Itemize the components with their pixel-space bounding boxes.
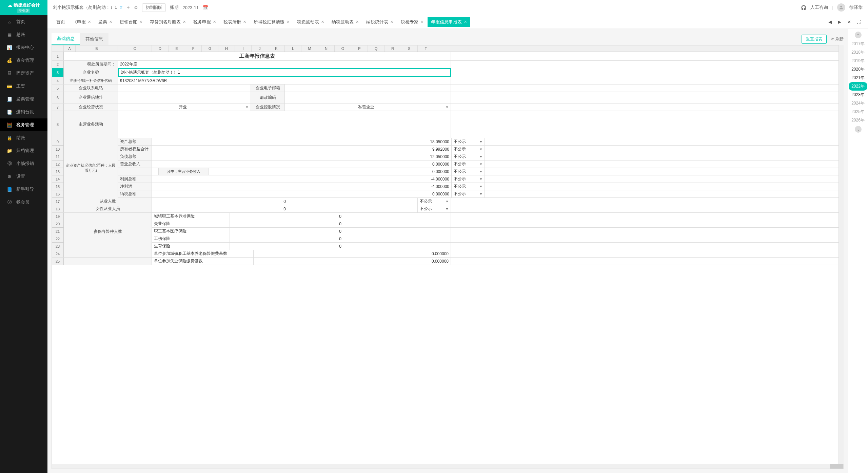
col-header-P[interactable]: P	[351, 45, 368, 52]
row-index[interactable]: 21	[52, 228, 64, 235]
col-header-C[interactable]: C	[118, 45, 152, 52]
switch-old-button[interactable]: 切到旧版	[142, 3, 166, 12]
col-header-S[interactable]: S	[401, 45, 418, 52]
row-index[interactable]: 10	[52, 146, 64, 153]
cell[interactable]: 税款所属期间：	[64, 61, 118, 68]
sidebar-item-invoice[interactable]: 🧾发票管理	[0, 93, 47, 106]
year-2024年[interactable]: 2024年	[849, 99, 867, 108]
cell[interactable]: 0.000000	[152, 160, 452, 168]
year-2022年[interactable]: 2022年	[849, 82, 867, 91]
tab-进销台账[interactable]: 进销台账✕	[116, 17, 146, 27]
sidebar-item-salary[interactable]: 💳工资	[0, 80, 47, 93]
cell[interactable]: 主营业务活动	[64, 111, 118, 138]
cell[interactable]	[64, 250, 152, 257]
tab-纳税统计表[interactable]: 纳税统计表✕	[363, 17, 397, 27]
avatar[interactable]	[837, 3, 845, 12]
cell[interactable]: 企业通信地址	[64, 92, 118, 103]
col-header-M[interactable]: M	[301, 45, 318, 52]
tab-close-all[interactable]: ✕	[845, 18, 853, 26]
row-index[interactable]: 19	[52, 213, 64, 220]
col-header-D[interactable]: D	[152, 45, 169, 52]
scrollbar-vertical[interactable]	[839, 45, 844, 464]
close-icon[interactable]: ✕	[321, 20, 324, 24]
close-icon[interactable]: ✕	[287, 20, 290, 24]
cell[interactable]: 所有者权益合计	[118, 146, 152, 153]
tab-所得税汇算清缴[interactable]: 所得税汇算清缴✕	[250, 17, 293, 27]
scrollbar-horizontal[interactable]	[830, 464, 843, 469]
fullscreen-icon[interactable]: ⛶	[854, 18, 863, 26]
row-index[interactable]: 12	[52, 160, 64, 168]
cell[interactable]: 0.000000	[152, 190, 452, 197]
sidebar-item-report[interactable]: 📊报表中心	[0, 41, 47, 54]
cell[interactable]: -4.000000	[152, 183, 452, 190]
close-icon[interactable]: ✕	[139, 20, 142, 24]
col-header-B[interactable]: B	[76, 45, 118, 52]
col-header-H[interactable]: H	[218, 45, 235, 52]
cell[interactable]: 工商年报信息表	[64, 52, 451, 60]
row-index[interactable]: 4	[52, 77, 64, 84]
cell[interactable]: 负债总额	[118, 153, 152, 160]
row-index[interactable]: 14	[52, 175, 64, 183]
cell[interactable]: 2022年度	[118, 61, 451, 68]
row-index[interactable]: 8	[52, 111, 64, 138]
row-index[interactable]: 6	[52, 92, 64, 103]
col-header-G[interactable]: G	[202, 45, 218, 52]
col-header-F[interactable]: F	[185, 45, 202, 52]
year-up[interactable]: ⌃	[855, 32, 862, 38]
sidebar-item-settings[interactable]: ⚙设置	[0, 170, 47, 183]
cell[interactable]: 不公示▼	[418, 198, 451, 205]
row-index[interactable]: 22	[52, 235, 64, 243]
cell[interactable]: 刘小艳演示账套（勿删勿动！）1	[118, 68, 451, 77]
cell[interactable]: 注册号/统一社会信用代码	[64, 77, 118, 84]
close-icon[interactable]: ✕	[213, 20, 216, 24]
col-header-L[interactable]: L	[285, 45, 301, 52]
close-icon[interactable]: ✕	[109, 20, 112, 24]
cell[interactable]: 参保各险种人数	[64, 213, 152, 250]
cell[interactable]: 0.000000	[209, 168, 452, 175]
year-2017年[interactable]: 2017年	[849, 40, 867, 48]
account-selector[interactable]: 刘小艳演示账套（勿删勿动！）1 ▽	[53, 4, 122, 11]
cell[interactable]: 0	[230, 243, 451, 250]
row-index[interactable]: 1	[52, 52, 64, 60]
cell[interactable]: 0	[230, 228, 451, 235]
cell[interactable]: 利润总额	[118, 175, 152, 183]
tab-年报信息申报表[interactable]: 年报信息申报表✕	[428, 17, 470, 27]
subtab-other[interactable]: 其他信息	[80, 33, 108, 45]
row-index[interactable]: 11	[52, 153, 64, 160]
col-header-A[interactable]: A	[64, 45, 76, 52]
support-link[interactable]: 人工咨询	[810, 4, 828, 11]
cell[interactable]: 失业保险	[152, 220, 230, 227]
row-index[interactable]: 25	[52, 258, 64, 265]
tab-发票[interactable]: 发票✕	[95, 17, 116, 27]
cell[interactable]: 工伤保险	[152, 235, 230, 242]
cell[interactable]: 纳税总额	[118, 190, 152, 197]
row-index[interactable]: 13	[52, 168, 64, 175]
add-icon[interactable]: +	[126, 4, 130, 11]
cell[interactable]	[118, 84, 251, 92]
tab-首页[interactable]: 首页	[53, 17, 68, 27]
year-2023年[interactable]: 2023年	[849, 91, 867, 99]
cell[interactable]: 不公示▼	[452, 168, 485, 175]
sidebar-item-vip[interactable]: Ⓥ畅会员	[0, 196, 47, 209]
cell[interactable]: -4.000000	[152, 175, 452, 183]
tab-税负波动表[interactable]: 税负波动表✕	[294, 17, 328, 27]
gear-icon[interactable]: ⚙	[134, 5, 138, 10]
cell[interactable]: 邮政编码	[251, 92, 285, 103]
cell[interactable]: 资产总额	[118, 138, 152, 145]
year-2025年[interactable]: 2025年	[849, 108, 867, 116]
cell[interactable]	[118, 111, 451, 138]
col-header-idx[interactable]	[52, 45, 64, 52]
col-header-Q[interactable]: Q	[368, 45, 384, 52]
close-icon[interactable]: ✕	[464, 20, 467, 24]
cell[interactable]: 私营企业▼	[285, 103, 451, 111]
col-header-T[interactable]: T	[418, 45, 434, 52]
close-icon[interactable]: ✕	[390, 20, 393, 24]
cell[interactable]: 从业人数	[64, 198, 152, 205]
cell[interactable]: 企业联系电话	[64, 84, 118, 92]
cell[interactable]: 不公示▼	[452, 190, 485, 197]
cell[interactable]: 企业经营状态	[64, 103, 118, 111]
tab-存货别名对照表[interactable]: 存货别名对照表✕	[146, 17, 189, 27]
year-2026年[interactable]: 2026年	[849, 116, 867, 125]
col-header-I[interactable]: I	[235, 45, 252, 52]
subtab-basic[interactable]: 基础信息	[52, 33, 80, 45]
